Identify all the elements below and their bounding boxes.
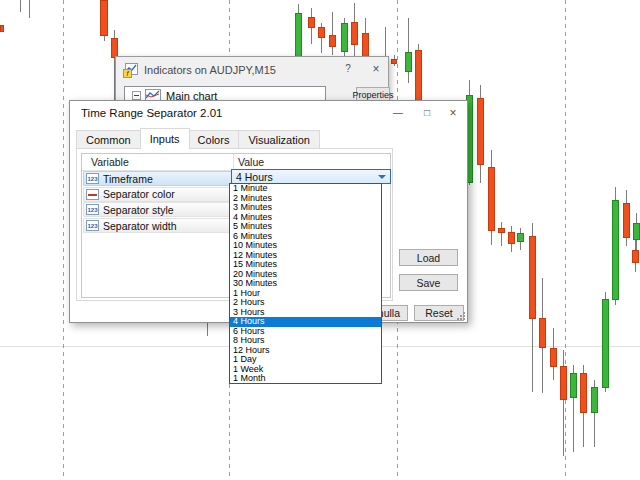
candle-body [529, 236, 536, 319]
candle-body [560, 366, 567, 400]
trs-titlebar[interactable]: Time Range Separator 2.01 — □ × [70, 101, 467, 126]
period-separator-line [565, 0, 566, 480]
candle-body [308, 17, 315, 28]
chevron-down-icon [378, 175, 386, 179]
candle-body [295, 13, 302, 62]
candle-body [111, 38, 118, 58]
indicators-dialog-titlebar[interactable]: f Indicators on AUDJPY,M15 ? × [116, 57, 388, 81]
param-label: Separator width [103, 220, 177, 232]
tab-colors[interactable]: Colors [189, 130, 240, 149]
tab-common[interactable]: Common [76, 130, 141, 149]
column-divider [233, 154, 234, 170]
candle-body [391, 59, 397, 64]
candle-body [580, 373, 587, 413]
trs-close-button[interactable]: × [446, 106, 460, 120]
candle-body [329, 35, 336, 47]
dropdown-item-1-minute[interactable]: 1 Minute [230, 184, 381, 194]
timeframe-combobox[interactable]: 4 Hours [231, 169, 391, 184]
dropdown-item-20-minutes[interactable]: 20 Minutes [230, 270, 381, 280]
dropdown-item-6-hours[interactable]: 6 Hours [230, 327, 381, 337]
candle-wick [207, 322, 208, 336]
numeric-123-icon: 123 [86, 204, 99, 215]
candle-wick [20, 0, 21, 12]
combobox-value: 4 Hours [232, 171, 273, 183]
dropdown-item-5-minutes[interactable]: 5 Minutes [230, 222, 381, 232]
dropdown-item-4-hours[interactable]: 4 Hours [230, 317, 381, 327]
timeframe-dropdown: 1 Minute2 Minutes3 Minutes4 Minutes5 Min… [229, 183, 382, 384]
param-label: Separator color [103, 188, 175, 200]
candle-body [488, 167, 495, 231]
trs-dialog-title: Time Range Separator 2.01 [81, 107, 223, 119]
numeric-123-icon: 123 [86, 173, 99, 184]
numeric-badge: 123 [87, 175, 98, 183]
candle-body [318, 27, 325, 38]
candle-body [341, 23, 348, 52]
dropdown-item-4-minutes[interactable]: 4 Minutes [230, 213, 381, 223]
numeric-badge: 123 [87, 206, 98, 214]
candle-body [100, 0, 108, 36]
param-label: Separator style [103, 204, 174, 216]
dropdown-item-2-minutes[interactable]: 2 Minutes [230, 194, 381, 204]
resize-grip[interactable] [457, 312, 465, 320]
param-label: Timeframe [103, 173, 153, 185]
candle-body [591, 387, 598, 413]
candle-wick [408, 18, 409, 83]
tree-collapse-icon[interactable] [132, 91, 141, 100]
candle-body [508, 232, 515, 244]
numeric-badge: 123 [87, 222, 98, 230]
candle-body [405, 52, 412, 72]
tab-strip: CommonInputsColorsVisualization [76, 128, 320, 149]
candle-body [498, 228, 505, 233]
color-sample-line [88, 194, 97, 196]
candle-body [570, 373, 577, 398]
param-row-separator-style[interactable]: 123Separator style [83, 202, 232, 217]
candle-body [517, 233, 524, 242]
function-f-glyph: f [123, 69, 132, 78]
indicator-function-icon: f [123, 63, 139, 78]
tab-visualization[interactable]: Visualization [239, 130, 320, 149]
dropdown-item-30-minutes[interactable]: 30 Minutes [230, 279, 381, 289]
maximize-button[interactable]: □ [420, 106, 434, 120]
candle-body [612, 200, 619, 300]
candle-body [550, 348, 557, 367]
indicators-dialog-title: Indicators on AUDJPY,M15 [144, 64, 276, 76]
candle-body [351, 22, 358, 45]
save-button[interactable]: Save [399, 274, 458, 291]
color-line-icon [86, 189, 99, 200]
dropdown-item-3-hours[interactable]: 3 Hours [230, 308, 381, 318]
dropdown-item-1-hour[interactable]: 1 Hour [230, 289, 381, 299]
load-button[interactable]: Load [399, 249, 458, 266]
help-button[interactable]: ? [341, 62, 355, 76]
dropdown-item-15-minutes[interactable]: 15 Minutes [230, 260, 381, 270]
candle-wick [29, 0, 30, 18]
indicators-close-button[interactable]: × [369, 62, 383, 76]
numeric-123-icon: 123 [86, 220, 99, 231]
param-row-separator-width[interactable]: 123Separator width [83, 218, 232, 233]
tab-inputs[interactable]: Inputs [140, 128, 190, 149]
candle-body [632, 250, 639, 263]
dropdown-item-6-minutes[interactable]: 6 Minutes [230, 232, 381, 242]
metatrader-window: f Indicators on AUDJPY,M15 ? × Main char… [0, 0, 640, 480]
dropdown-item-8-hours[interactable]: 8 Hours [230, 336, 381, 346]
candle-body [539, 318, 546, 348]
dropdown-item-2-hours[interactable]: 2 Hours [230, 298, 381, 308]
candle-body [477, 98, 484, 165]
param-row-timeframe[interactable]: 123Timeframe [83, 171, 232, 186]
candle-wick [332, 12, 333, 55]
dropdown-item-3-minutes[interactable]: 3 Minutes [230, 203, 381, 213]
candle-body [602, 299, 609, 388]
dropdown-item-12-hours[interactable]: 12 Hours [230, 346, 381, 356]
dropdown-item-1-day[interactable]: 1 Day [230, 355, 381, 365]
dropdown-item-1-week[interactable]: 1 Week [230, 365, 381, 375]
dropdown-item-1-month[interactable]: 1 Month [230, 374, 381, 384]
dropdown-item-12-minutes[interactable]: 12 Minutes [230, 251, 381, 261]
period-separator-line [63, 0, 64, 480]
param-row-separator-color[interactable]: Separator color [83, 187, 232, 202]
candle-wick [501, 222, 502, 246]
dropdown-item-10-minutes[interactable]: 10 Minutes [230, 241, 381, 251]
candle-body [0, 25, 4, 32]
candle-body [633, 223, 640, 240]
candle-body [623, 203, 630, 238]
grid-header-value: Value [238, 156, 264, 168]
minimize-button[interactable]: — [391, 106, 405, 120]
